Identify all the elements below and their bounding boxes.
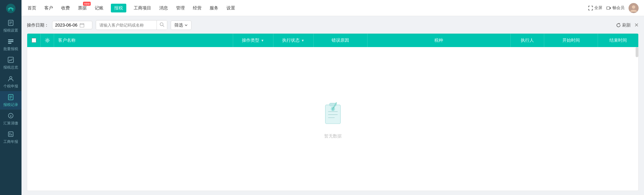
toolbar: 操作日期： 2023-06-06 [27,20,639,30]
sidebar-item-batch-tax-label: 批量报税 [3,47,18,51]
nav-tax[interactable]: 报税 [111,4,126,12]
gear-icon [45,38,50,43]
th-client: 客户名称 [54,34,233,47]
member-label: 畅会员 [612,5,625,11]
sidebar-item-batch-tax[interactable]: 批量报税 [0,35,22,54]
nav-service[interactable]: 服务 [209,4,219,12]
th-check[interactable] [27,34,41,47]
nav-home[interactable]: 首页 [27,4,37,12]
sidebar-item-settlement[interactable]: ¥ 汇算清缴 [0,110,22,128]
annual-report-icon [7,131,14,139]
sidebar-item-tax-settings[interactable]: 报税设置 [0,17,22,35]
select-all-checkbox[interactable] [32,38,36,43]
sidebar-item-tax-overview[interactable]: 报税总览 [0,54,22,72]
personal-tax-icon [7,75,14,83]
nav-operation[interactable]: 经营 [192,4,202,12]
fullscreen-label: 全屏 [594,5,602,11]
sidebar-item-tax-records[interactable]: 报税记录 [0,91,22,110]
refresh-label: 刷新 [622,22,631,28]
sidebar-item-personal-tax[interactable]: 个税申报 [0,73,22,91]
status-sort-icon: ▼ [301,39,304,42]
calendar-icon [80,23,84,28]
search-icon [160,22,164,27]
filter-label: 筛选 [174,22,183,28]
svg-point-21 [632,5,635,9]
svg-rect-5 [8,39,13,40]
sidebar-item-annual-report[interactable]: 工商年报 [0,128,22,147]
svg-rect-17 [9,133,10,135]
tax-records-icon [7,94,14,102]
sidebar-item-tax-overview-label: 报税总览 [3,65,18,70]
filter-button[interactable]: 筛选 [171,21,191,30]
svg-rect-8 [8,57,13,63]
nav-management[interactable]: 管理 [175,4,185,12]
avatar[interactable] [629,3,639,13]
nav-billing[interactable]: 收费 [60,4,71,12]
topnav-right: 全屏 畅会员 [588,3,639,13]
member-btn[interactable]: 畅会员 [606,5,625,11]
nav-accounting[interactable]: 记账 [94,4,104,12]
search-button[interactable] [157,21,167,30]
empty-text: 暂无数据 [324,133,342,139]
th-tax: 税种 [368,34,511,47]
chevron-down-icon [184,24,188,27]
tax-settings-icon [7,20,14,27]
table-body: 暂无数据 [27,47,638,191]
svg-line-27 [163,26,164,27]
th-executor: 执行人 [511,34,544,47]
new-badge: new [83,2,91,6]
date-value: 2023-06-06 [55,23,78,28]
refresh-icon [616,23,621,28]
nav-invoices[interactable]: 票据 new [77,4,87,12]
svg-rect-6 [8,41,13,42]
topnav: 首页 客户 收费 票据 new 记账 报税 工商项目 消息 管理 经营 服务 设… [22,0,644,16]
fullscreen-icon [588,6,593,10]
sidebar-logo [0,0,22,17]
content-area: 操作日期： 2023-06-06 [22,16,644,195]
svg-rect-19 [607,7,610,9]
date-label: 操作日期： [27,22,49,28]
th-error: 错误原因 [314,34,368,47]
th-gear[interactable] [41,34,54,47]
svg-text:¥: ¥ [9,114,12,118]
avatar-image [629,3,639,13]
empty-state: 暂无数据 [308,89,358,149]
toolbar-right: 刷新 ✕ [616,22,639,28]
svg-point-36 [333,110,333,110]
video-icon [606,6,611,10]
scroll-indicator[interactable] [636,47,638,57]
th-starttime: 开始时间 [544,34,598,47]
batch-tax-icon [7,38,14,46]
nav-business[interactable]: 工商项目 [133,4,152,12]
svg-rect-7 [8,43,11,44]
th-optype[interactable]: 操作类型 ▼ [233,34,273,47]
sidebar-item-tax-records-label: 报税记录 [3,103,18,107]
sidebar-item-annual-report-label: 工商年报 [3,140,18,144]
th-status[interactable]: 执行状态 ▼ [273,34,314,47]
sidebar: 报税设置 批量报税 报税总览 个税申报 [0,0,22,195]
table-header: 客户名称 操作类型 ▼ 执行状态 ▼ 错误原因 税种 执行人 [27,34,638,47]
search-wrap [96,20,167,30]
settlement-icon: ¥ [7,112,14,120]
sidebar-item-personal-tax-label: 个税申报 [3,84,18,88]
refresh-button[interactable]: 刷新 [616,22,631,28]
search-input[interactable] [96,21,157,29]
close-button[interactable]: ✕ [634,22,639,28]
nav-settings[interactable]: 设置 [226,4,236,12]
svg-rect-16 [8,132,13,136]
tax-overview-icon [7,56,14,64]
table-wrap: 客户名称 操作类型 ▼ 执行状态 ▼ 错误原因 税种 执行人 [27,33,639,191]
fullscreen-btn[interactable]: 全屏 [588,5,602,11]
svg-rect-22 [80,24,84,27]
optype-sort-icon: ▼ [261,39,264,42]
th-endtime: 结束时间 [598,34,638,47]
topnav-left: 首页 客户 收费 票据 new 记账 报税 工商项目 消息 管理 经营 服务 设… [27,4,236,12]
date-picker[interactable]: 2023-06-06 [52,21,92,29]
svg-point-28 [46,40,48,41]
empty-illustration [318,99,348,129]
nav-customers[interactable]: 客户 [44,4,54,12]
sidebar-item-tax-settings-label: 报税设置 [3,28,18,33]
main-area: 首页 客户 收费 票据 new 记账 报税 工商项目 消息 管理 经营 服务 设… [22,0,644,195]
sidebar-item-settlement-label: 汇算清缴 [3,121,18,125]
nav-messages[interactable]: 消息 [159,4,169,12]
